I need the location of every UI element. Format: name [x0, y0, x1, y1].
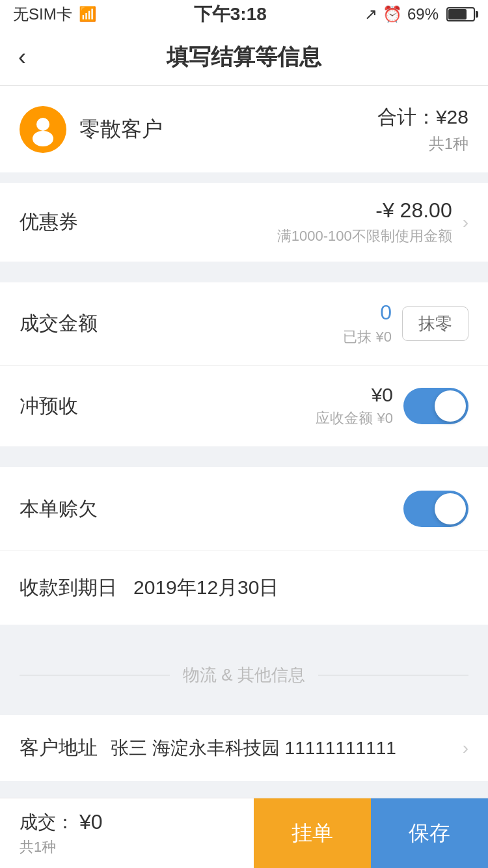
coupon-right: -¥ 28.00 满1000-100不限制使用金额 ›	[277, 198, 468, 246]
bottom-deal-label: 成交：	[20, 810, 74, 835]
coupon-label: 优惠券	[20, 209, 78, 236]
customer-row[interactable]: 零散客户 合计：¥28 共1种	[0, 86, 488, 172]
transaction-value-block: 0 已抹 ¥0	[343, 301, 392, 347]
status-left: 无SIM卡 📶	[13, 4, 96, 25]
round-button[interactable]: 抹零	[402, 306, 468, 341]
logistics-divider: 物流 & 其他信息	[20, 664, 468, 686]
customer-name: 零散客户	[79, 115, 163, 144]
logistics-line-right	[318, 675, 468, 675]
coupon-row[interactable]: 优惠券 -¥ 28.00 满1000-100不限制使用金额 ›	[0, 183, 488, 262]
coupon-chevron-icon: ›	[463, 212, 468, 233]
pre-receive-toggle[interactable]	[403, 388, 468, 424]
location-icon: ↗	[364, 5, 377, 23]
pre-receive-row: 冲预收 ¥0 应收金额 ¥0	[0, 366, 488, 446]
no-sim-text: 无SIM卡	[13, 4, 72, 25]
pre-receive-value-block: ¥0 应收金额 ¥0	[316, 384, 393, 428]
pre-receive-amount: ¥0	[316, 384, 393, 406]
credit-row: 本单赊欠	[0, 467, 488, 551]
back-button[interactable]: ‹	[18, 44, 26, 71]
transaction-amount-row: 成交金额 0 已抹 ¥0 抹零	[0, 282, 488, 366]
status-time: 下午3:18	[194, 2, 267, 27]
alarm-icon: ⏰	[383, 5, 402, 23]
transaction-amount-value[interactable]: 0	[343, 301, 392, 325]
credit-toggle[interactable]	[403, 491, 468, 527]
coupon-value-block: -¥ 28.00 满1000-100不限制使用金额	[277, 198, 452, 246]
page-title: 填写结算等信息	[167, 42, 321, 72]
transaction-label: 成交金额	[20, 310, 98, 337]
address-row[interactable]: 客户地址 张三 海淀永丰科技园 11111111111 ›	[0, 715, 488, 781]
bottom-bar: 成交： ¥0 共1种 挂单 保存	[0, 798, 488, 868]
toggle-thumb	[435, 390, 466, 422]
due-date-row: 收款到期日 2019年12月30日	[0, 551, 488, 625]
transaction-amount-note: 已抹 ¥0	[343, 327, 392, 347]
credit-label: 本单赊欠	[20, 496, 98, 522]
total-amount: 合计：¥28	[377, 104, 468, 131]
save-button[interactable]: 保存	[371, 798, 488, 869]
transaction-section: 成交金额 0 已抹 ¥0 抹零 冲预收 ¥0 应收金额 ¥0	[0, 282, 488, 446]
due-date-label: 收款到期日 2019年12月30日	[20, 576, 279, 598]
due-date-value[interactable]: 2019年12月30日	[133, 576, 278, 598]
status-right: ↗ ⏰ 69%	[364, 5, 475, 23]
pre-receive-label: 冲预收	[20, 393, 78, 420]
customer-info: 零散客户	[20, 106, 163, 153]
section-divider-2	[0, 446, 488, 457]
pre-receive-right-container: ¥0 应收金额 ¥0	[316, 384, 468, 428]
bottom-deal-amount: ¥0	[79, 810, 103, 834]
pending-button[interactable]: 挂单	[254, 798, 371, 869]
bottom-count: 共1种	[20, 837, 234, 857]
logistics-label: 物流 & 其他信息	[183, 664, 305, 686]
address-key: 客户地址	[20, 735, 98, 761]
address-section[interactable]: 客户地址 张三 海淀永丰科技园 11111111111 ›	[0, 715, 488, 781]
battery-icon	[446, 7, 475, 21]
logistics-section: 物流 & 其他信息	[0, 645, 488, 705]
coupon-description: 满1000-100不限制使用金额	[277, 226, 452, 246]
credit-toggle-thumb	[435, 493, 466, 524]
transaction-right: 0 已抹 ¥0 抹零	[343, 301, 468, 347]
customer-summary: 合计：¥28 共1种	[377, 104, 468, 154]
address-chevron-icon: ›	[463, 738, 468, 759]
pre-receive-note: 应收金额 ¥0	[316, 409, 393, 428]
svg-point-0	[36, 118, 49, 131]
bottom-deal-info: 成交： ¥0	[20, 810, 234, 835]
wifi-icon: 📶	[79, 6, 96, 23]
avatar	[20, 106, 66, 153]
due-date-key: 收款到期日	[20, 576, 117, 598]
svg-point-1	[33, 131, 53, 146]
total-count: 共1种	[377, 133, 468, 154]
credit-section: 本单赊欠 收款到期日 2019年12月30日	[0, 467, 488, 625]
coupon-discount: -¥ 28.00	[277, 198, 452, 223]
bottom-summary: 成交： ¥0 共1种	[0, 810, 254, 857]
content-area: 零散客户 合计：¥28 共1种 优惠券 -¥ 28.00 满1000-100不限…	[0, 86, 488, 859]
battery-text: 69%	[407, 5, 439, 23]
nav-bar: ‹ 填写结算等信息	[0, 29, 488, 86]
status-bar: 无SIM卡 📶 下午3:18 ↗ ⏰ 69%	[0, 0, 488, 29]
address-value: 张三 海淀永丰科技园 11111111111	[111, 736, 450, 761]
section-divider-1	[0, 272, 488, 282]
logistics-line-left	[20, 675, 170, 675]
section-divider-3	[0, 625, 488, 635]
